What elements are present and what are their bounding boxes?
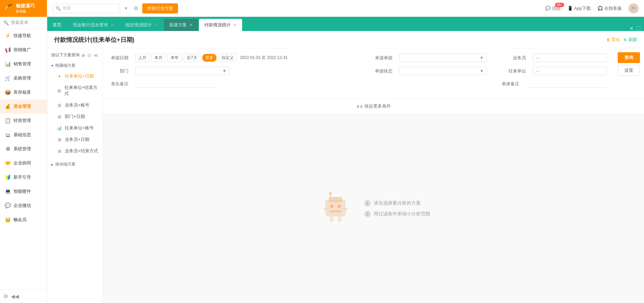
scheme-item-icon-5: ▦ <box>57 137 62 142</box>
empty-text: 1 请先选择要分析的方案 2 用过滤条件来缩小分析范围 <box>364 200 430 217</box>
scheme-item-label-1: 往来单位+结算方式 <box>64 85 98 97</box>
scheme-item-icon-2: ▦ <box>57 102 62 108</box>
step-1-num: 1 <box>364 200 371 207</box>
sidebar-item-label: 销售管理 <box>13 61 31 67</box>
sidebar-item-system[interactable]: ⚙ 系统管理 <box>0 142 47 156</box>
svg-rect-5 <box>324 208 328 210</box>
tab-payment-stats[interactable]: 付款情况统计 ✕ <box>199 19 242 31</box>
tab-new-scheme[interactable]: 新建方案 ✕ <box>164 19 198 31</box>
date-btn-this-month[interactable]: 本月 <box>151 54 166 62</box>
topbar-search-box[interactable]: 🔍 搜索 <box>53 4 120 13</box>
tab-expand-icon[interactable]: ⛶ <box>636 26 641 31</box>
refresh-btn[interactable]: ↻ 刷新 <box>623 37 637 43</box>
note-header-input[interactable] <box>135 80 216 88</box>
collapse-btn[interactable]: ∧∧ 收起更多条件 <box>351 100 396 112</box>
scheme-item-salesman-settle[interactable]: ▦ 业务员+结算方式 <box>47 145 103 157</box>
sidebar-item-label: 企业微信 <box>13 203 31 209</box>
tab-collection-stats-close[interactable]: ✕ <box>154 23 158 27</box>
message-btn[interactable]: 💬 消息 99+ <box>545 5 561 11</box>
scheme-item-salesman-date[interactable]: ▦ 业务员+日期 <box>47 134 103 145</box>
online-service-btn[interactable]: 🎧 在线客服 <box>597 5 622 11</box>
salesman-input[interactable]: ··· <box>533 54 607 62</box>
source-label: 来源单据 <box>374 55 392 61</box>
tab-collection-stats[interactable]: 收款情况统计 ✕ <box>120 19 163 31</box>
export-btn[interactable]: ⬆ 导出 <box>606 37 620 43</box>
sidebar-item-finance[interactable]: 💰 资金管理 <box>0 99 47 114</box>
main-area: 🔍 搜索 ▼ ⚙ 体验行业方案 💬 消息 99+ 📱 App下载 🎧 在线客服 … <box>47 0 644 303</box>
section-mobile-collapse-icon: ▸ <box>51 162 53 167</box>
scheme-item-counterpart-account[interactable]: 📊 往来单位+账号 <box>47 122 103 134</box>
date-btn-last-month[interactable]: 上月 <box>135 54 149 62</box>
scheme-item-counterpart-date[interactable]: ● 往来单位+日期 <box>47 70 103 82</box>
scheme-item-dept-date[interactable]: ▦ 部门+日期 <box>47 111 103 122</box>
sidebar-item-marketing[interactable]: 📢 营销推广 <box>0 43 47 57</box>
date-group: 上月 本月 本年 近7天 更多 自定义 2022-01-01 至 2022-12… <box>135 54 288 62</box>
page-actions: ⬆ 导出 ↻ 刷新 <box>606 37 637 43</box>
scheme-section-desktop-title[interactable]: ▾ 电脑端方案 <box>47 61 103 70</box>
collapse-sidebar-icon[interactable]: ◀◀ <box>11 293 19 300</box>
sidebar-item-hardware[interactable]: 💻 智能硬件 <box>0 184 47 199</box>
operations-icon: 📋 <box>5 118 11 124</box>
scheme-section-mobile-title[interactable]: ▸ 移动端方案 <box>47 159 103 169</box>
sidebar-item-label: 基础信息 <box>13 132 31 138</box>
marketing-icon: 📢 <box>5 47 11 53</box>
sidebar-item-purchase[interactable]: 🛒 采购管理 <box>0 71 47 85</box>
tab-bank-flow[interactable]: 现金银行流水查询 ✕ <box>67 19 119 31</box>
sidebar-item-label: 智能硬件 <box>13 188 31 194</box>
scheme-item-icon-4: 📊 <box>57 125 62 131</box>
sidebar-item-sales[interactable]: 📊 销售管理 <box>0 57 47 71</box>
sidebar-item-guide[interactable]: 🔰 新手引导 <box>0 170 47 184</box>
topbar-dropdown-arrow[interactable]: ▼ <box>124 6 128 11</box>
sidebar-item-label: 快捷导航 <box>13 33 31 39</box>
date-btn-last-7days[interactable]: 近7天 <box>184 54 200 62</box>
filter-row-3: 表头备注 表体备注 <box>110 80 607 88</box>
topbar-settings-icon[interactable]: ⚙ <box>134 5 138 11</box>
sidebar-item-member[interactable]: 👑 畅会员 <box>0 213 47 227</box>
sidebar-item-quick-nav[interactable]: ⚡ 快捷导航 <box>0 29 47 43</box>
dept-select[interactable]: ▼ <box>135 67 230 75</box>
sidebar-item-wechat[interactable]: 💬 企业微信 <box>0 199 47 213</box>
tab-payment-stats-label: 付款情况统计 <box>204 22 231 28</box>
inventory-icon: 📦 <box>5 89 11 95</box>
add-scheme-icon[interactable]: ⊕ <box>81 53 85 58</box>
scheme-section-desktop: ▾ 电脑端方案 ● 往来单位+日期 ▦ 往来单位+结算方式 ▦ 业务员+账号 ▦ <box>47 61 103 157</box>
collapse-scheme-icon[interactable]: ≪ <box>93 53 98 58</box>
topbar-right: 💬 消息 99+ 📱 App下载 🎧 在线客服 Rit <box>545 3 639 13</box>
sidebar-search[interactable]: 🔍 搜索菜单 <box>0 17 47 29</box>
scheme-item-counterpart-settle[interactable]: ▦ 往来单位+结算方式 <box>47 82 103 99</box>
dept-select-arrow: ▼ <box>222 68 227 73</box>
tab-payment-stats-close[interactable]: ✕ <box>233 23 237 27</box>
sidebar-logo: 🍊 畅捷通巧 标准版 <box>0 0 47 17</box>
tab-new-scheme-label: 新建方案 <box>169 22 187 28</box>
logo-icon: 🍊 <box>4 4 13 13</box>
tab-home[interactable]: 首页 <box>47 19 67 31</box>
sidebar-item-basic-info[interactable]: 🗂 基础信息 <box>0 128 47 142</box>
date-btn-this-year[interactable]: 本年 <box>168 54 182 62</box>
scheme-item-label-6: 业务员+结算方式 <box>65 148 98 154</box>
filter-side-actions: 查询 设置 <box>614 48 644 98</box>
sidebar-item-operations[interactable]: 📋 经营管理 <box>0 114 47 128</box>
sidebar-item-inventory[interactable]: 📦 库存核算 <box>0 85 47 99</box>
basic-info-icon: 🗂 <box>5 132 11 138</box>
sidebar-bottom: ⚙ ◀◀ <box>0 290 47 303</box>
tab-new-scheme-close[interactable]: ✕ <box>189 23 193 27</box>
note-body-input[interactable] <box>526 80 607 88</box>
app-download-btn[interactable]: 📱 App下载 <box>567 5 591 11</box>
doc-status-select[interactable]: ▼ <box>399 67 487 75</box>
sidebar-item-enterprise[interactable]: 🤝 企业协同 <box>0 156 47 170</box>
date-btn-custom[interactable]: 自定义 <box>218 54 237 62</box>
source-select[interactable]: ▼ <box>399 54 487 62</box>
settings-btn[interactable]: 设置 <box>618 65 640 76</box>
scheme-item-icon-1: ▦ <box>57 88 62 93</box>
trial-btn[interactable]: 体验行业方案 <box>142 3 178 13</box>
service-icon: 🎧 <box>597 6 603 11</box>
date-btn-more[interactable]: 更多 <box>202 54 216 62</box>
settings-scheme-icon[interactable]: ⊙ <box>87 53 91 58</box>
scheme-item-salesman-account[interactable]: ▦ 业务员+账号 <box>47 99 103 111</box>
settings-bottom-icon[interactable]: ⚙ <box>3 293 8 300</box>
tab-bank-flow-close[interactable]: ✕ <box>111 23 114 27</box>
user-avatar[interactable]: Rit <box>628 3 639 13</box>
counterpart-input[interactable]: ··· <box>533 67 607 75</box>
tab-close-all-icon[interactable]: ✕ <box>630 26 634 31</box>
query-btn[interactable]: 查询 <box>618 52 640 63</box>
